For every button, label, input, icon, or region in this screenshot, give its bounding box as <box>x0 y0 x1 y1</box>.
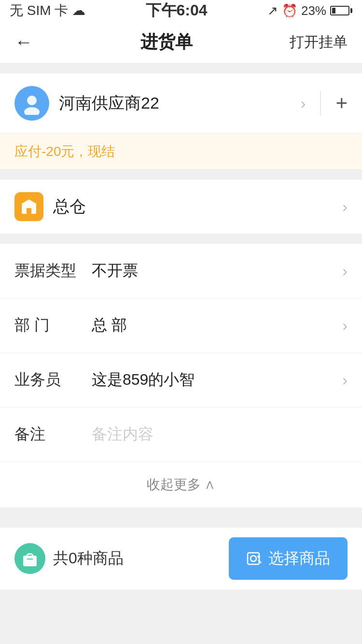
bottom-bar: 共0种商品 选择商品 <box>0 527 362 589</box>
collapse-label: 收起更多 ∧ <box>147 476 216 494</box>
salesperson-value: 这是859的小智 <box>92 369 337 391</box>
select-product-button[interactable]: 选择商品 <box>229 537 348 580</box>
add-supplier-button[interactable]: + <box>335 92 348 115</box>
separator-4 <box>0 508 362 518</box>
salesperson-row[interactable]: 业务员 这是859的小智 › <box>0 353 362 407</box>
salesperson-label: 业务员 <box>14 369 92 391</box>
warehouse-name: 总仓 <box>53 196 342 218</box>
product-count-group: 共0种商品 <box>14 543 124 574</box>
warehouse-row[interactable]: 总仓 › <box>0 180 362 234</box>
supplier-arrow-icon: › <box>301 95 306 112</box>
remark-label: 备注 <box>14 424 92 445</box>
svg-rect-4 <box>27 208 31 214</box>
invoice-arrow-icon: › <box>342 262 348 280</box>
product-count-icon <box>14 543 45 574</box>
invoice-type-label: 票据类型 <box>14 260 92 281</box>
separator-3 <box>0 234 362 244</box>
status-left: 无 SIM 卡 ☁ <box>10 1 85 20</box>
battery-icon <box>330 6 352 15</box>
sim-status: 无 SIM 卡 ☁ <box>10 1 85 20</box>
back-button[interactable]: ← <box>14 32 43 53</box>
supplier-name: 河南供应商22 <box>59 92 301 114</box>
warehouse-svg-icon <box>20 197 38 216</box>
svg-point-1 <box>24 107 40 115</box>
supplier-card: 河南供应商22 › + 应付-20元，现结 <box>0 73 362 170</box>
nav-bar: ← 进货单 打开挂单 <box>0 21 362 64</box>
invoice-type-value: 不开票 <box>92 260 337 281</box>
form-section: 票据类型 不开票 › 部 门 总 部 › 业务员 这是859的小智 › 备注 备… <box>0 244 362 508</box>
status-bar: 无 SIM 卡 ☁ 下午6:04 ↗ ⏰ 23% <box>0 0 362 21</box>
department-row[interactable]: 部 门 总 部 › <box>0 298 362 353</box>
svg-rect-7 <box>248 553 259 564</box>
select-product-label: 选择商品 <box>268 548 330 569</box>
department-label: 部 门 <box>14 315 92 336</box>
page-title: 进货单 <box>140 30 193 54</box>
warehouse-icon <box>14 192 43 221</box>
battery-percent: 23% <box>301 3 326 18</box>
department-value: 总 部 <box>92 315 337 336</box>
open-pending-button[interactable]: 打开挂单 <box>290 32 348 52</box>
shopping-bag-icon <box>20 549 40 568</box>
svg-rect-5 <box>23 556 37 566</box>
separator-1 <box>0 64 362 73</box>
alarm-icon: ⏰ <box>282 3 297 18</box>
supplier-divider <box>320 91 321 115</box>
department-arrow-icon: › <box>342 317 348 335</box>
status-time: 下午6:04 <box>146 0 208 21</box>
svg-marker-3 <box>21 199 37 204</box>
supplier-row[interactable]: 河南供应商22 › + <box>0 73 362 134</box>
supplier-avatar <box>14 86 49 121</box>
status-right: ↗ ⏰ 23% <box>267 3 352 18</box>
invoice-type-row[interactable]: 票据类型 不开票 › <box>0 244 362 298</box>
product-count-label: 共0种商品 <box>53 548 124 569</box>
salesperson-arrow-icon: › <box>342 371 348 389</box>
remark-row[interactable]: 备注 备注内容 <box>0 407 362 462</box>
svg-point-9 <box>251 556 256 561</box>
svg-point-0 <box>27 96 37 105</box>
warehouse-arrow-icon: › <box>342 198 348 216</box>
separator-2 <box>0 170 362 180</box>
notice-bar: 应付-20元，现结 <box>0 134 362 170</box>
user-avatar-icon <box>20 92 43 115</box>
remark-input[interactable]: 备注内容 <box>92 424 348 445</box>
location-icon: ↗ <box>267 3 278 18</box>
collapse-button[interactable]: 收起更多 ∧ <box>0 462 362 508</box>
select-product-icon <box>246 550 263 567</box>
notice-text: 应付-20元，现结 <box>14 144 115 159</box>
rest-area <box>0 589 362 644</box>
